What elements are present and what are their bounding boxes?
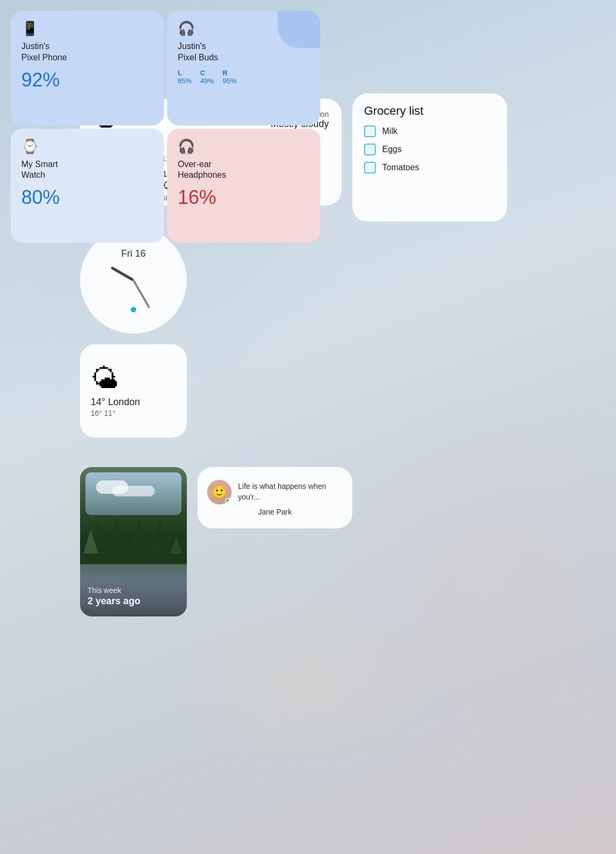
grocery-item-tomatoes[interactable]: Tomatoes — [364, 162, 495, 173]
clock-widget[interactable]: Fri 16 — [80, 227, 187, 334]
grocery-item-eggs[interactable]: Eggs — [364, 144, 495, 155]
bud-pct-L: 85% — [178, 77, 192, 85]
svg-rect-10 — [80, 553, 187, 564]
headphones-icon: 🎧 — [178, 138, 310, 155]
bud-label-L: L — [178, 69, 182, 77]
online-status-dot — [225, 498, 231, 503]
bud-label-R: R — [223, 69, 227, 77]
clock-hour-hand — [110, 266, 134, 281]
grocery-label-eggs: Eggs — [382, 145, 401, 154]
clock-day: Fri 16 — [91, 248, 176, 259]
clock-dot — [131, 307, 136, 312]
social-avatar: 🙂 — [207, 480, 232, 504]
device-tile-smart-watch[interactable]: ⌚ My SmartWatch 80% — [11, 129, 164, 243]
device-tile-pixel-phone[interactable]: 📱 Justin'sPixel Phone 92% — [11, 11, 164, 125]
device-tile-headphones[interactable]: 🎧 Over-earHeadphones 16% — [167, 129, 320, 243]
smart-watch-icon: ⌚ — [21, 138, 153, 155]
bud-level-R: R 95% — [223, 69, 236, 85]
grocery-label-milk: Milk — [382, 126, 397, 136]
social-person-name: Jane Park — [207, 508, 343, 516]
grocery-item-milk[interactable]: Milk — [364, 125, 495, 137]
photo-week-label: This week — [88, 586, 179, 595]
social-row: 🙂 Life is what happens when you'r... — [207, 480, 343, 504]
photo-memories-widget[interactable]: This week 2 years ago — [80, 467, 187, 616]
smart-watch-name: My SmartWatch — [21, 159, 153, 181]
bud-level-C: C 49% — [200, 69, 214, 85]
weather-small-icon: 🌤 — [91, 365, 119, 392]
grocery-list-widget[interactable]: Grocery list Milk Eggs Tomatoes — [352, 93, 507, 222]
bud-level-L: L 85% — [178, 69, 192, 85]
grocery-checkbox-eggs[interactable] — [364, 144, 376, 155]
clock-minute-hand — [132, 280, 150, 309]
social-quote-text: Life is what happens when you'r... — [238, 481, 343, 502]
pixel-phone-icon: 📱 — [21, 20, 153, 37]
photo-overlay: This week 2 years ago — [80, 579, 187, 616]
grocery-title: Grocery list — [364, 104, 495, 118]
photo-years-ago: 2 years ago — [88, 596, 140, 606]
headphones-battery: 16% — [178, 186, 310, 209]
buds-accent-decoration — [278, 11, 320, 48]
grocery-checkbox-tomatoes[interactable] — [364, 162, 376, 173]
social-widget[interactable]: 🙂 Life is what happens when you'r... Jan… — [198, 467, 352, 528]
smart-watch-battery: 80% — [21, 186, 153, 209]
buds-levels: L 85% C 49% R 95% — [178, 69, 310, 85]
bud-pct-R: 95% — [223, 77, 236, 85]
device-tile-pixel-buds[interactable]: 🎧 Justin'sPixel Buds L 85% C 49% R 95% — [167, 11, 320, 125]
bud-label-C: C — [200, 69, 205, 77]
headphones-name: Over-earHeadphones — [178, 159, 310, 181]
pixel-phone-battery: 92% — [21, 69, 153, 91]
grocery-label-tomatoes: Tomatoes — [382, 163, 419, 172]
weather-small-widget[interactable]: 🌤 14° London 16° 11° — [80, 344, 187, 438]
bud-pct-C: 49% — [200, 77, 214, 85]
grocery-checkbox-milk[interactable] — [364, 125, 376, 137]
clock-face: Fri 16 — [91, 238, 176, 323]
pixel-phone-name: Justin'sPixel Phone — [21, 41, 153, 64]
weather-small-temp-city: 14° London — [91, 397, 140, 408]
weather-small-range: 16° 11° — [91, 409, 115, 417]
sky-area — [85, 472, 181, 515]
cloud-shape-2 — [112, 486, 155, 496]
